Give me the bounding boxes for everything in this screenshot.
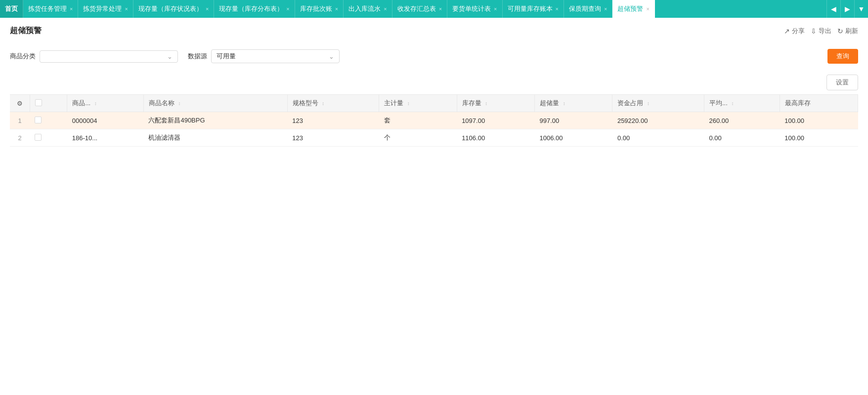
col-header-product-code: 商品... ↕ xyxy=(67,95,144,112)
nav-close-batch-account[interactable]: × xyxy=(335,6,338,12)
nav-close-exception[interactable]: × xyxy=(125,6,128,12)
filter-row: 商品分类 ⌄ 数据源 可用量 ⌄ 查询 xyxy=(10,44,858,69)
nav-item-order-stat[interactable]: 要货单统计表 × xyxy=(447,0,502,18)
row-unit: 个 xyxy=(379,129,457,147)
col-header-product-name: 商品名称 ↕ xyxy=(143,95,287,112)
nav-stock-status-label: 现存量（库存状况表） xyxy=(138,4,203,13)
col-label-overstock: 超储量 xyxy=(540,99,559,107)
nav-item-stock-dist[interactable]: 现存量（库存分布表） × xyxy=(214,0,295,18)
nav-item-exception[interactable]: 拣货异常处理 × xyxy=(78,0,133,18)
row-product-name: 六配套新昌490BPG xyxy=(143,112,287,129)
nav-close-expiry[interactable]: × xyxy=(604,6,607,12)
nav-more-button[interactable]: ▼ xyxy=(854,0,868,18)
datasource-select[interactable]: 可用量 ⌄ xyxy=(211,49,340,63)
row-spec: 123 xyxy=(287,112,379,129)
refresh-button[interactable]: ↻ 刷新 xyxy=(837,27,858,36)
nav-inout-flow-label: 出入库流水 xyxy=(348,4,381,13)
col-header-stock: 库存量 ↕ xyxy=(457,95,534,112)
nav-close-task-mgmt[interactable]: × xyxy=(70,6,73,12)
row-checkbox[interactable] xyxy=(30,112,67,129)
col-header-gear: ⚙ xyxy=(10,95,30,112)
category-select[interactable]: ⌄ xyxy=(40,50,178,63)
settings-button[interactable]: 设置 xyxy=(826,75,858,90)
gear-icon[interactable]: ⚙ xyxy=(17,100,23,107)
table-body: 10000004六配套新昌490BPG123套1097.00997.002592… xyxy=(10,112,858,147)
col-label-stock: 库存量 xyxy=(462,99,481,107)
nav-home-label: 首页 xyxy=(5,4,18,13)
page-title: 超储预警 xyxy=(10,26,42,36)
nav-prev-button[interactable]: ◀ xyxy=(826,0,840,18)
datasource-value: 可用量 xyxy=(217,52,236,61)
sort-icon-overstock[interactable]: ↕ xyxy=(563,101,565,106)
row-product-code: 186-10... xyxy=(67,129,144,147)
col-label-capital: 资金占用 xyxy=(617,99,643,107)
header-actions: ↗ 分享 ⇩ 导出 ↻ 刷新 xyxy=(784,27,858,36)
export-label: 导出 xyxy=(819,27,831,36)
nav-close-stock-dist[interactable]: × xyxy=(286,6,289,12)
filter-actions: 查询 xyxy=(827,49,858,64)
row-spec: 123 xyxy=(287,129,379,147)
nav-close-summary[interactable]: × xyxy=(439,6,442,12)
category-chevron-icon: ⌄ xyxy=(167,53,173,60)
sort-icon-unit[interactable]: ↕ xyxy=(407,101,410,106)
row-max-stock: 100.00 xyxy=(780,112,858,129)
overstock-table: ⚙ 商品... ↕ 商品名称 ↕ 规格型号 ↕ xyxy=(10,94,858,147)
refresh-label: 刷新 xyxy=(845,27,858,36)
nav-overstock-label: 超储预警 xyxy=(617,4,643,13)
row-select-checkbox[interactable] xyxy=(35,117,42,123)
row-product-code: 0000004 xyxy=(67,112,144,129)
sort-icon-spec[interactable]: ↕ xyxy=(322,101,324,106)
nav-item-batch-account[interactable]: 库存批次账 × xyxy=(295,0,344,18)
category-value xyxy=(45,53,47,60)
category-filter: 商品分类 ⌄ xyxy=(10,50,178,63)
table-header-row: ⚙ 商品... ↕ 商品名称 ↕ 规格型号 ↕ xyxy=(10,95,858,112)
nav-close-inout-flow[interactable]: × xyxy=(384,6,387,12)
nav-item-expiry[interactable]: 保质期查询 × xyxy=(564,0,612,18)
nav-close-order-stat[interactable]: × xyxy=(494,6,497,12)
row-capital: 0.00 xyxy=(612,129,704,147)
share-button[interactable]: ↗ 分享 xyxy=(784,27,805,36)
col-label-product-name: 商品名称 xyxy=(149,99,174,107)
export-button[interactable]: ⇩ 导出 xyxy=(811,27,831,36)
nav-exception-label: 拣货异常处理 xyxy=(83,4,122,13)
col-label-avg: 平均... xyxy=(709,99,728,107)
col-label-max-stock: 最高库存 xyxy=(785,99,811,107)
nav-batch-account-label: 库存批次账 xyxy=(300,4,332,13)
row-stock: 1097.00 xyxy=(457,112,534,129)
nav-item-overstock[interactable]: 超储预警 × xyxy=(612,0,654,18)
select-all-checkbox[interactable] xyxy=(35,99,42,106)
nav-item-summary[interactable]: 收发存汇总表 × xyxy=(392,0,447,18)
datasource-chevron-icon: ⌄ xyxy=(329,53,334,60)
nav-close-available-book[interactable]: × xyxy=(556,6,559,12)
nav-item-available-book[interactable]: 可用量库存账本 × xyxy=(503,0,564,18)
nav-item-stock-status[interactable]: 现存量（库存状况表） × xyxy=(133,0,214,18)
share-icon: ↗ xyxy=(784,27,790,35)
col-label-spec: 规格型号 xyxy=(293,99,318,107)
nav-item-inout-flow[interactable]: 出入库流水 × xyxy=(344,0,392,18)
sort-icon-capital[interactable]: ↕ xyxy=(647,101,650,106)
row-select-checkbox[interactable] xyxy=(35,134,42,141)
col-header-capital: 资金占用 ↕ xyxy=(612,95,704,112)
query-button[interactable]: 查询 xyxy=(827,49,858,64)
sort-icon-stock[interactable]: ↕ xyxy=(485,101,487,106)
row-stock: 1106.00 xyxy=(457,129,534,147)
row-checkbox[interactable] xyxy=(30,129,67,147)
nav-available-book-label: 可用量库存账本 xyxy=(508,4,553,13)
nav-close-stock-status[interactable]: × xyxy=(206,6,209,12)
nav-item-task-mgmt[interactable]: 拣货任务管理 × xyxy=(23,0,78,18)
data-table-container: ⚙ 商品... ↕ 商品名称 ↕ 规格型号 ↕ xyxy=(10,94,858,147)
page-header: 超储预警 ↗ 分享 ⇩ 导出 ↻ 刷新 xyxy=(10,26,858,36)
sort-icon-avg[interactable]: ↕ xyxy=(731,101,734,106)
sort-icon-product-name[interactable]: ↕ xyxy=(178,101,181,106)
row-max-stock: 100.00 xyxy=(780,129,858,147)
refresh-icon: ↻ xyxy=(837,27,843,35)
col-header-spec: 规格型号 ↕ xyxy=(287,95,379,112)
nav-next-button[interactable]: ▶ xyxy=(840,0,854,18)
sort-icon-product-code[interactable]: ↕ xyxy=(94,101,97,106)
row-unit: 套 xyxy=(379,112,457,129)
nav-close-overstock[interactable]: × xyxy=(646,6,649,12)
nav-summary-label: 收发存汇总表 xyxy=(397,4,436,13)
row-overstock: 997.00 xyxy=(535,112,612,129)
nav-item-home[interactable]: 首页 xyxy=(0,0,23,18)
datasource-filter: 数据源 可用量 ⌄ xyxy=(188,49,340,63)
